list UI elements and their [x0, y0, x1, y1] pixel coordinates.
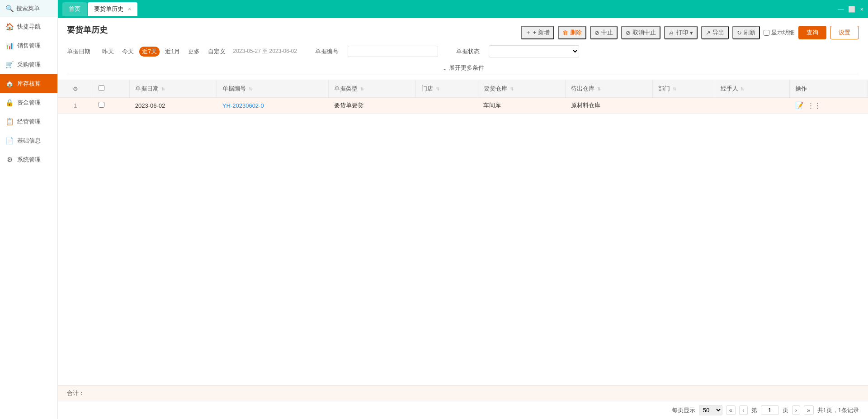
- action-column-header: 操作: [790, 80, 868, 98]
- tab-home[interactable]: 首页: [62, 2, 87, 16]
- refresh-button[interactable]: ↻ 刷新: [732, 26, 760, 39]
- add-button[interactable]: ＋ + 新增: [521, 26, 554, 39]
- row-number: 1: [58, 98, 93, 114]
- window-restore-button[interactable]: ⬜: [848, 6, 855, 13]
- page-suffix: 页: [783, 406, 788, 414]
- data-table: ⚙ 单据日期 ⇅ 单据编号 ⇅ 单据类型: [58, 80, 868, 114]
- sort-arrow-date: ⇅: [161, 86, 165, 91]
- date-btn-last7days[interactable]: 近7天: [139, 47, 160, 57]
- doc-date-column-header[interactable]: 单据日期 ⇅: [130, 80, 217, 98]
- row-pending-warehouse: 原材料仓库: [566, 98, 653, 114]
- row-action-cell: 📝 ⋮⋮: [790, 98, 868, 114]
- print-dropdown-icon: ▾: [690, 29, 693, 36]
- gear-icon: ⚙: [5, 156, 14, 164]
- first-page-button[interactable]: «: [726, 405, 736, 415]
- prev-page-button[interactable]: ‹: [739, 405, 747, 415]
- sidebar-item-label: 库存核算: [17, 80, 41, 88]
- refresh-icon: ↻: [737, 29, 742, 36]
- sidebar-item-label: 采购管理: [17, 61, 41, 69]
- sort-arrow-number: ⇅: [249, 86, 252, 91]
- doc-status-label: 单据状态: [456, 48, 480, 56]
- edit-icon[interactable]: 📝: [795, 101, 804, 110]
- sidebar-item-operations[interactable]: 📋 经营管理: [0, 112, 57, 131]
- window-minimize-button[interactable]: —: [838, 6, 844, 13]
- display-detail-toggle[interactable]: 显示明细: [764, 29, 795, 37]
- cart-icon: 🛒: [5, 61, 14, 69]
- chevron-down-icon: ⌄: [442, 65, 447, 71]
- total-records-label: 共1页，1条记录: [817, 406, 859, 414]
- sidebar-item-purchase[interactable]: 🛒 采购管理: [0, 55, 57, 74]
- last-page-button[interactable]: »: [804, 405, 813, 415]
- content-area: 要货单历史 ＋ + 新增 🗑 删除 ⊘ 中止 ⊘: [58, 18, 868, 419]
- doc-number-input[interactable]: [348, 46, 438, 57]
- sidebar-item-basic-info[interactable]: 📄 基础信息: [0, 131, 57, 150]
- row-checkbox[interactable]: [99, 102, 104, 108]
- doc-number-link[interactable]: YH-20230602-0: [222, 102, 264, 109]
- sidebar-item-label: 资金管理: [17, 99, 41, 107]
- sort-arrow-handler: ⇅: [741, 86, 744, 91]
- sidebar: 🔍 搜索菜单 🏠 快捷导航 📊 销售管理 🛒 采购管理 🏠 库存核算 🔒 资金管…: [0, 0, 58, 419]
- sidebar-item-quick-nav[interactable]: 🏠 快捷导航: [0, 17, 57, 36]
- date-btn-yesterday[interactable]: 昨天: [99, 47, 117, 57]
- table-header-row: ⚙ 单据日期 ⇅ 单据编号 ⇅ 单据类型: [58, 80, 868, 98]
- lock-icon: 🔒: [5, 99, 14, 107]
- expand-filter-button[interactable]: ⌄ 展开更多条件: [67, 61, 859, 75]
- footer-summary: 合计：: [58, 385, 868, 401]
- display-detail-checkbox[interactable]: [764, 30, 769, 36]
- sidebar-item-sales[interactable]: 📊 销售管理: [0, 36, 57, 55]
- sort-arrow-req-wh: ⇅: [510, 86, 514, 91]
- page-header: 要货单历史 ＋ + 新增 🗑 删除 ⊘ 中止 ⊘: [58, 18, 868, 80]
- date-btn-more[interactable]: 更多: [185, 47, 203, 57]
- tab-requisition-label: 要货单历史: [94, 5, 123, 13]
- topbar-right: — ⬜ ×: [838, 6, 863, 13]
- filter-row-1: 单据日期 昨天 今天 近7天 近1月 更多 自定义 2023-05-27 至 2…: [67, 45, 859, 57]
- delete-icon: 🗑: [562, 29, 568, 36]
- export-button[interactable]: ↗ 导出: [701, 26, 729, 39]
- per-page-select[interactable]: 50 10 20 100: [699, 405, 722, 415]
- date-btn-last-month[interactable]: 近1月: [162, 47, 183, 57]
- next-page-button[interactable]: ›: [792, 405, 800, 415]
- handler-column-header[interactable]: 经手人 ⇅: [715, 80, 789, 98]
- sidebar-search-label: 搜索菜单: [16, 5, 40, 13]
- query-button[interactable]: 查询: [798, 26, 826, 39]
- doc-type-column-header[interactable]: 单据类型 ⇅: [329, 80, 416, 98]
- row-department: [653, 98, 715, 114]
- page-title: 要货单历史: [67, 24, 108, 35]
- doc-status-select[interactable]: [489, 45, 579, 57]
- pending-warehouse-column-header[interactable]: 待出仓库 ⇅: [566, 80, 653, 98]
- tab-requisition-history[interactable]: 要货单历史 ×: [88, 2, 137, 16]
- store-column-header[interactable]: 门店 ⇅: [416, 80, 478, 98]
- date-range-display: 2023-05-27 至 2023-06-02: [233, 48, 297, 55]
- stop-icon: ⊘: [594, 29, 599, 36]
- sidebar-item-inventory[interactable]: 🏠 库存核算: [0, 74, 57, 93]
- more-icon[interactable]: ⋮⋮: [807, 101, 821, 110]
- req-warehouse-column-header[interactable]: 要货仓库 ⇅: [478, 80, 565, 98]
- cancel-stop-button[interactable]: ⊘ 取消中止: [621, 26, 660, 39]
- sidebar-item-system[interactable]: ⚙ 系统管理: [0, 150, 57, 169]
- date-filter-label: 单据日期: [67, 48, 90, 56]
- tab-close-icon[interactable]: ×: [128, 6, 131, 12]
- print-button[interactable]: 🖨 打印 ▾: [664, 26, 698, 39]
- page-number-input[interactable]: [761, 405, 779, 415]
- row-doc-number: YH-20230602-0: [217, 98, 329, 114]
- date-btn-today[interactable]: 今天: [119, 47, 137, 57]
- action-icons: 📝 ⋮⋮: [795, 101, 863, 110]
- sidebar-item-label: 快捷导航: [17, 23, 41, 31]
- delete-button[interactable]: 🗑 删除: [558, 26, 586, 39]
- sidebar-item-finance[interactable]: 🔒 资金管理: [0, 93, 57, 112]
- add-icon: ＋: [525, 29, 531, 37]
- sidebar-search[interactable]: 🔍 搜索菜单: [0, 0, 57, 17]
- sort-arrow-store: ⇅: [436, 86, 439, 91]
- settings-button[interactable]: 设置: [830, 26, 859, 39]
- page-prefix: 第: [751, 406, 757, 414]
- stop-button[interactable]: ⊘ 中止: [590, 26, 618, 39]
- settings-column-header[interactable]: ⚙: [58, 80, 93, 98]
- department-column-header[interactable]: 部门 ⇅: [653, 80, 715, 98]
- warehouse-icon: 🏠: [5, 80, 14, 88]
- select-all-checkbox[interactable]: [99, 85, 104, 91]
- date-btn-custom[interactable]: 自定义: [205, 47, 228, 57]
- window-close-button[interactable]: ×: [860, 6, 863, 13]
- chart-icon: 📊: [5, 42, 14, 50]
- sort-arrow-dept: ⇅: [673, 86, 676, 91]
- doc-number-column-header[interactable]: 单据编号 ⇅: [217, 80, 329, 98]
